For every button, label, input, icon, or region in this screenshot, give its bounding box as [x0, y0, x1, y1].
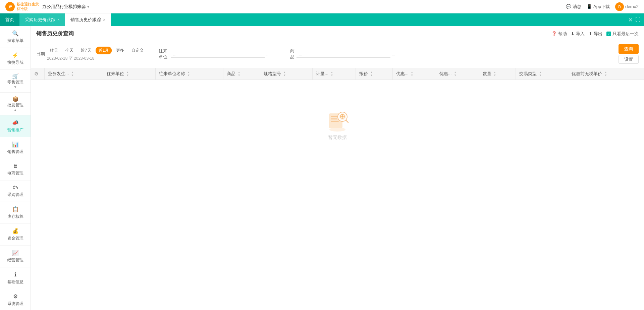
sidebar-item-wholesale-label: 批发管理 [7, 102, 23, 108]
date-btn-more[interactable]: 更多 [113, 47, 127, 54]
sidebar-item-retail-label: 零售管理 [7, 80, 23, 85]
th-discount1-label: 优惠... [396, 71, 409, 76]
window-controls: ✕ ⛶ [625, 13, 644, 26]
sidebar-item-inventory-label: 库存核算 [7, 214, 23, 219]
counterpart-label: 往来单位 [159, 48, 169, 60]
gear-icon[interactable]: ⚙ [34, 71, 39, 76]
basic-info-icon: ℹ [14, 271, 16, 278]
sidebar-item-sales[interactable]: 📊 销售管理 [0, 137, 31, 159]
sidebar-item-sales-label: 销售管理 [7, 149, 23, 155]
th-counterpart-name-label: 往来单位名称 [159, 71, 185, 76]
sidebar-item-ecommerce[interactable]: 🖥 电商管理 [0, 159, 31, 180]
sidebar-item-marketing[interactable]: 📣 营销推广 [0, 115, 31, 137]
sort-arrows-discount2: ▲ ▼ [454, 71, 457, 77]
sidebar-item-basic-info[interactable]: ℹ 基础信息 [0, 267, 31, 289]
tab-purchase-close[interactable]: × [57, 17, 60, 22]
th-counterpart-code[interactable]: 往来单位 ▲ ▼ [103, 68, 155, 80]
table-header-row: ⚙ 业务发生... ▲ ▼ 往来单位 ▲ [31, 68, 644, 80]
tab-purchase-label: 采购历史价跟踪 [25, 17, 55, 23]
sidebar-item-system-label: 系统管理 [7, 301, 23, 307]
th-pre-discount-price[interactable]: 优惠前无税单价 ▲ ▼ [568, 68, 644, 80]
sidebar-item-search-label: 搜索菜单 [7, 38, 23, 44]
date-filter: 日期 昨天 今天 近7天 近1月 更多 自定义 2023-02-18 至 202… [36, 47, 147, 61]
product-more-btn[interactable]: ... [390, 52, 396, 56]
th-counterpart-name[interactable]: 往来单位名称 ▲ ▼ [155, 68, 223, 80]
date-btn-yesterday[interactable]: 昨天 [47, 47, 61, 54]
th-settings[interactable]: ⚙ [31, 68, 44, 80]
th-product[interactable]: 商品 ▲ ▼ [223, 68, 260, 80]
th-discount1[interactable]: 优惠... ▲ ▼ [392, 68, 436, 80]
app-download-btn[interactable]: 📱 App下载 [587, 4, 610, 10]
page-header: 销售历史价查询 ❓ 帮助 ⬇ 导入 ⬆ 导出 ✓ 只看最后一次 [31, 26, 644, 40]
th-discount2-label: 优惠... [439, 71, 452, 76]
date-btn-today[interactable]: 今天 [62, 47, 76, 54]
sort-arrows-pre-discount: ▲ ▼ [604, 71, 607, 77]
breadcrumb-text: 办公用品行业模拟账套 [42, 4, 86, 10]
th-spec-label: 规格型号 [264, 71, 281, 76]
th-trade-type[interactable]: 交易类型 ▲ ▼ [516, 68, 568, 80]
sort-arrows-biz-date: ▲ ▼ [71, 71, 74, 77]
sidebar-item-system[interactable]: ⚙ 系统管理 [0, 289, 31, 310]
export-btn[interactable]: ⬆ 导出 [589, 31, 602, 37]
only-last-label: 只看最后一次 [612, 31, 639, 37]
window-close-btn[interactable]: ✕ [628, 17, 633, 23]
th-discount2[interactable]: 优惠... ▲ ▼ [436, 68, 479, 80]
filter-row: 日期 昨天 今天 近7天 近1月 更多 自定义 2023-02-18 至 202… [36, 44, 639, 64]
help-btn[interactable]: ❓ 帮助 [551, 31, 567, 37]
user-area[interactable]: D demo2 [615, 2, 639, 11]
sidebar-item-basic-info-label: 基础信息 [7, 279, 23, 285]
date-btn-custom[interactable]: 自定义 [128, 47, 147, 54]
sort-arrows-quoted-price: ▲ ▼ [370, 71, 373, 77]
sort-arrows-quantity: ▲ ▼ [493, 71, 496, 77]
sort-arrows-discount1: ▲ ▼ [411, 71, 413, 77]
counterpart-filter: 往来单位 ... [159, 48, 278, 60]
sidebar-item-purchase[interactable]: 🛍 采购管理 [0, 180, 31, 202]
tab-purchase[interactable]: 采购历史价跟踪 × [19, 13, 65, 26]
tab-sales[interactable]: 销售历史价跟踪 × [65, 13, 111, 26]
th-biz-date[interactable]: 业务发生... ▲ ▼ [44, 68, 103, 80]
sidebar-item-finance[interactable]: 💰 资金管理 [0, 224, 31, 246]
breadcrumb-select[interactable]: 办公用品行业模拟账套 ▾ [42, 4, 89, 10]
sort-arrows-product: ▲ ▼ [238, 71, 240, 77]
filter-actions: 查询 设置 [619, 44, 639, 64]
operations-icon: 📈 [12, 250, 19, 256]
th-unit[interactable]: 计量... ▲ ▼ [312, 68, 356, 80]
sidebar-item-purchase-label: 采购管理 [7, 192, 23, 198]
page-title: 销售历史价查询 [36, 30, 74, 37]
marketing-icon: 📣 [12, 119, 19, 126]
counterpart-input[interactable] [171, 50, 265, 58]
th-quantity[interactable]: 数量 ▲ ▼ [479, 68, 516, 80]
date-btn-7days[interactable]: 近7天 [78, 47, 94, 54]
sort-arrows-trade-type: ▲ ▼ [539, 71, 542, 77]
date-btn-1month[interactable]: 近1月 [96, 47, 112, 54]
th-quoted-price[interactable]: 报价 ▲ ▼ [356, 68, 392, 80]
window-maximize-btn[interactable]: ⛶ [635, 17, 641, 23]
query-button[interactable]: 查询 [619, 44, 639, 54]
sidebar-item-retail[interactable]: 🛒 零售管理 ▼ [0, 70, 31, 93]
sidebar-item-quicknav[interactable]: ⚡ 快捷导航 [0, 48, 31, 70]
date-label: 日期 [36, 51, 45, 57]
sidebar-item-inventory[interactable]: 📋 库存核算 [0, 202, 31, 224]
sidebar-item-wholesale[interactable]: 📦 批发管理 ▲ [0, 93, 31, 115]
settings-button[interactable]: 设置 [619, 55, 639, 64]
only-last-checkbox-area[interactable]: ✓ 只看最后一次 [606, 31, 639, 37]
logo-area: 好 畅捷通好生意 标准版 [5, 2, 39, 11]
th-spec[interactable]: 规格型号 ▲ ▼ [260, 68, 312, 80]
dropdown-icon: ▾ [87, 4, 89, 9]
sidebar-item-operations[interactable]: 📈 经营管理 [0, 246, 31, 267]
import-btn[interactable]: ⬇ 导入 [571, 31, 585, 37]
sort-arrows-spec: ▲ ▼ [283, 71, 286, 77]
sidebar-item-search[interactable]: 🔍 搜索菜单 [0, 26, 31, 48]
tab-home[interactable]: 首页 [0, 13, 19, 26]
th-product-label: 商品 [227, 71, 235, 76]
message-btn[interactable]: 💬 消息 [566, 4, 581, 10]
counterpart-more-btn[interactable]: ... [265, 52, 271, 56]
product-input[interactable] [297, 50, 390, 58]
th-quoted-price-label: 报价 [359, 71, 368, 76]
empty-icon [324, 107, 351, 135]
tab-sales-close[interactable]: × [103, 17, 105, 22]
inventory-icon: 📋 [12, 206, 19, 212]
sidebar-item-ecommerce-label: 电商管理 [7, 170, 23, 176]
retail-arrow: ▼ [14, 85, 17, 89]
data-table: ⚙ 业务发生... ▲ ▼ 往来单位 ▲ [31, 68, 644, 80]
